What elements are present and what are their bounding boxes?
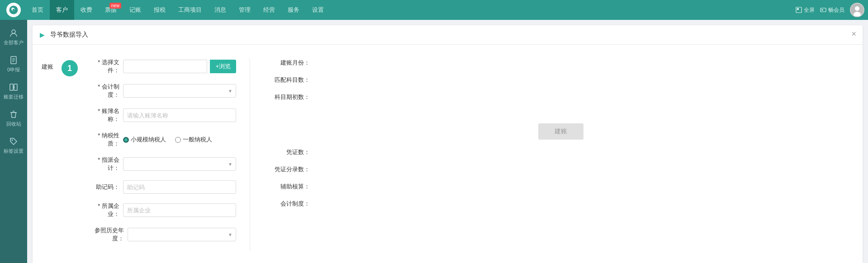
sidebar-item-tag-settings[interactable]: 标签设置 [0,132,27,159]
transfer-icon [9,82,19,92]
nav-service[interactable]: 服务 [281,0,306,20]
step-label: 建账 [42,63,53,71]
file-icon [9,55,19,65]
right-fields: 建账月份： 匹配科目数： 科目期初数： 建 [268,58,854,216]
assign-accountant-row: * 指派会计： ▼ [87,156,236,172]
nav-settings[interactable]: 设置 [306,0,330,20]
accounting-system-select-wrapper: ▼ [123,84,236,98]
nav-tax[interactable]: 报税 [147,0,172,20]
panel-title: 导爷数据导入 [50,31,88,39]
ledger-name-label: * 账簿名称： [87,107,123,123]
import-icon: ▶ [40,31,45,38]
nav-fees[interactable]: 收费 [74,0,99,20]
sidebar-item-declaration[interactable]: 0申报 [0,51,27,78]
build-btn-area: 建账 [268,123,854,140]
accounting-system-row: * 会计制度： ▼ [87,83,236,99]
form-divider [250,58,250,251]
initial-balance-label: 科目期初数： [268,93,313,101]
memo-code-row: 助记码： [87,180,236,194]
account-month-row: 建账月份： [268,58,854,67]
history-year-select-wrapper: ▼ [128,228,236,241]
nav-manage[interactable]: 管理 [232,0,257,20]
form-area: 建账 1 * 选择文件： +浏览 [33,45,863,263]
fullscreen-label: 全屏 [804,6,815,14]
radio-general-taxpayer[interactable]: 一般纳税人 [175,136,212,144]
panel-header: ▶ 导爷数据导入 [33,25,863,45]
sidebar: 全部客户 0申报 账套迁移 回收站 标签设置 [0,20,27,263]
history-year-select[interactable] [128,228,236,241]
nav-message[interactable]: 消息 [208,0,232,20]
company-label: * 所属企业： [87,202,123,218]
sidebar-item-all-clients[interactable]: 全部客户 [0,23,27,51]
radio-small-input[interactable] [123,137,129,143]
nav-items: 首页 客户 收费 票据 new 记账 报税 工商项目 消息 管理 经营 服务 设… [25,0,330,20]
aux-accounting-value [313,182,854,191]
assign-accountant-select[interactable] [123,157,236,171]
nav-operation[interactable]: 经营 [257,0,281,20]
nav-accounting[interactable]: 记账 [123,0,147,20]
ledger-name-input[interactable] [123,108,236,122]
history-year-label: 参照历史年度： [87,226,128,243]
svg-rect-3 [797,8,799,10]
match-accounts-label: 匹配科目数： [268,76,313,84]
sidebar-label-declaration: 0申报 [7,66,20,73]
app-logo[interactable] [4,0,24,20]
nav-home[interactable]: 首页 [25,0,50,20]
svg-point-9 [12,30,15,33]
voucher-entries-value [313,165,854,174]
tax-type-row: * 纳税性质： 小规模纳税人 一般纳税人 [87,132,236,148]
sidebar-item-recycle[interactable]: 回收站 [0,105,27,132]
browse-button[interactable]: +浏览 [210,60,236,73]
member-btn[interactable]: 畅会员 [820,6,844,14]
radio-general-label: 一般纳税人 [183,136,212,144]
build-account-button[interactable]: 建账 [538,123,583,140]
voucher-count-row: 凭证数： [268,148,854,157]
svg-point-1 [13,9,15,11]
initial-balance-value [313,93,854,102]
accounting-system-select[interactable] [123,84,236,98]
user-avatar[interactable] [850,3,864,17]
nav-business[interactable]: 工商项目 [172,0,208,20]
file-row: * 选择文件： +浏览 [87,58,236,75]
account-system-row: 会计制度： [268,199,854,208]
content-area: ▶ 导爷数据导入 × 建账 1 * 选择文件： [27,20,868,263]
main-layout: 全部客户 0申报 账套迁移 回收站 标签设置 [0,20,868,263]
radio-small-taxpayer[interactable]: 小规模纳税人 [123,136,166,144]
memo-code-label: 助记码： [87,183,123,191]
radio-general-input[interactable] [175,137,181,143]
voucher-count-label: 凭证数： [268,148,313,156]
svg-point-16 [12,140,13,141]
account-month-label: 建账月份： [268,59,313,67]
nav-bills[interactable]: 票据 new [99,0,123,20]
ledger-name-row: * 账簿名称： [87,107,236,123]
company-input[interactable] [123,203,236,217]
sidebar-label-all-clients: 全部客户 [4,39,24,46]
match-accounts-value [313,75,854,85]
tag-icon [9,136,19,146]
new-badge: new [109,3,121,9]
svg-point-7 [855,6,859,11]
voucher-count-value [313,148,854,157]
file-label: * 选择文件： [87,58,123,75]
top-nav: 首页 客户 收费 票据 new 记账 报税 工商项目 消息 管理 经营 服务 设… [0,0,868,20]
nav-clients[interactable]: 客户 [50,0,74,20]
svg-point-5 [821,9,823,11]
panel-close-btn[interactable]: × [851,30,856,38]
accounting-system-label: * 会计制度： [87,83,123,99]
account-system-label: 会计制度： [268,200,313,208]
company-row: * 所属企业： [87,202,236,218]
memo-code-input[interactable] [123,180,236,194]
member-label: 畅会员 [828,6,844,14]
radio-small-label: 小规模纳税人 [131,136,166,144]
history-year-row: 参照历史年度： ▼ [87,226,236,243]
aux-accounting-label: 辅助核算： [268,183,313,191]
sidebar-label-account-migrate: 账套迁移 [4,94,24,100]
file-input[interactable] [123,60,207,73]
tax-type-label: * 纳税性质： [87,132,123,148]
account-month-value [313,58,854,67]
fullscreen-btn[interactable]: 全屏 [796,6,815,14]
trash-icon [9,109,19,119]
sidebar-label-recycle: 回收站 [6,121,21,127]
sidebar-item-account-migrate[interactable]: 账套迁移 [0,78,27,105]
form-right: 建账月份： 匹配科目数： 科目期初数： 建 [264,58,854,251]
